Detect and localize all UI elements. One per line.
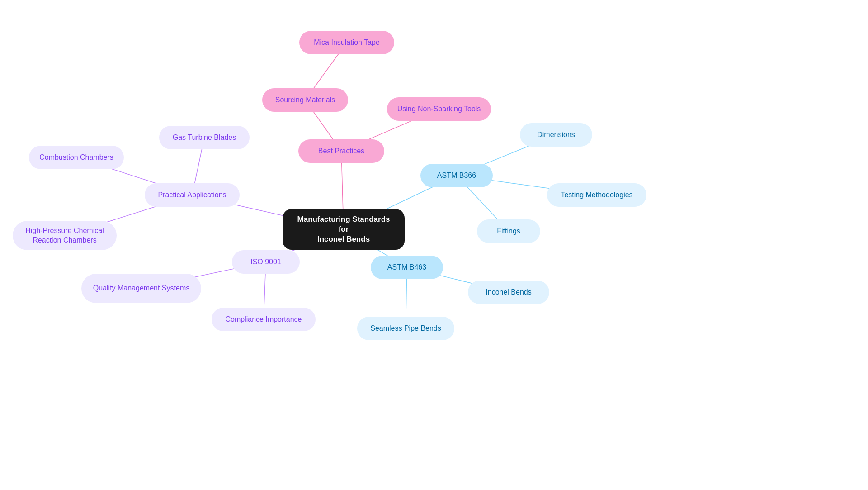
astm-b366-label: ASTM B366 [437, 171, 476, 181]
node-combustion[interactable]: Combustion Chambers [29, 146, 124, 169]
node-iso-9001[interactable]: ISO 9001 [232, 250, 300, 274]
node-seamless[interactable]: Seamless Pipe Bends [357, 317, 454, 340]
using-tools-label: Using Non-Sparking Tools [397, 105, 481, 114]
node-practical-apps[interactable]: Practical Applications [145, 183, 240, 207]
testing-label: Testing Methodologies [561, 190, 632, 200]
center-node[interactable]: Manufacturing Standards for Inconel Bend… [283, 209, 405, 250]
node-mica-tape[interactable]: Mica Insulation Tape [299, 31, 394, 54]
node-fittings[interactable]: Fittings [477, 219, 540, 243]
gas-turbine-label: Gas Turbine Blades [173, 133, 236, 143]
inconel-bends-label: Inconel Bends [486, 288, 531, 297]
node-sourcing[interactable]: Sourcing Materials [262, 88, 348, 112]
sourcing-label: Sourcing Materials [275, 95, 335, 105]
mica-tape-label: Mica Insulation Tape [314, 38, 380, 48]
node-quality-mgmt[interactable]: Quality Management Systems [81, 274, 201, 303]
high-pressure-label: High-Pressure Chemical Reaction Chambers [25, 226, 104, 245]
node-testing[interactable]: Testing Methodologies [547, 183, 646, 207]
combustion-label: Combustion Chambers [39, 153, 113, 162]
seamless-label: Seamless Pipe Bends [370, 324, 441, 333]
iso-9001-label: ISO 9001 [250, 257, 281, 267]
center-label: Manufacturing Standards for Inconel Bend… [292, 214, 395, 244]
node-dimensions[interactable]: Dimensions [520, 123, 592, 147]
compliance-label: Compliance Importance [226, 315, 302, 324]
dimensions-label: Dimensions [537, 130, 575, 140]
node-astm-b463[interactable]: ASTM B463 [371, 256, 443, 279]
node-astm-b366[interactable]: ASTM B366 [420, 164, 493, 187]
node-compliance[interactable]: Compliance Importance [212, 308, 316, 331]
node-high-pressure[interactable]: High-Pressure Chemical Reaction Chambers [13, 221, 117, 250]
astm-b463-label: ASTM B463 [387, 263, 426, 272]
fittings-label: Fittings [497, 227, 520, 236]
node-gas-turbine[interactable]: Gas Turbine Blades [159, 126, 250, 149]
best-practices-label: Best Practices [318, 147, 364, 156]
node-best-practices[interactable]: Best Practices [298, 139, 384, 163]
node-using-tools[interactable]: Using Non-Sparking Tools [387, 97, 491, 121]
node-inconel-bends[interactable]: Inconel Bends [468, 281, 549, 304]
practical-apps-label: Practical Applications [158, 190, 226, 200]
quality-mgmt-label: Quality Management Systems [93, 284, 189, 293]
